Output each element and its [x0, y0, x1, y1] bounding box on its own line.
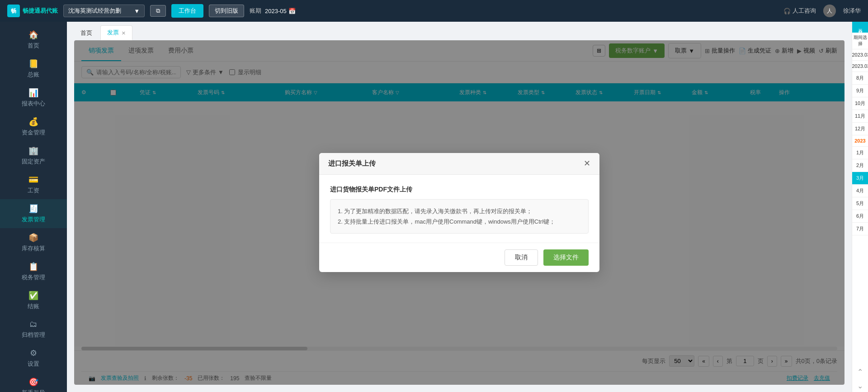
period-8[interactable]: 8月: [852, 72, 868, 85]
period-1[interactable]: 1月: [852, 147, 868, 159]
dropdown-arrow: ▼: [134, 8, 140, 14]
sidebar-reports-label: 报表中心: [22, 100, 45, 108]
expand-icon[interactable]: ⌄: [857, 380, 863, 392]
service-label: 人工咨询: [793, 7, 816, 15]
sidebar-item-assets[interactable]: 🏢 固定资产: [0, 141, 67, 170]
period-2023[interactable]: 2023: [852, 135, 868, 147]
period-2023-03-1[interactable]: 2023.03: [852, 49, 868, 61]
tab-home[interactable]: 首页: [74, 26, 99, 40]
sidebar-item-settlement[interactable]: ✅ 结账: [0, 286, 67, 315]
collapse-icon[interactable]: ⌃: [857, 364, 863, 380]
sidebar-item-home[interactable]: 🏠 首页: [0, 25, 67, 54]
sidebar-item-settings[interactable]: ⚙ 设置: [0, 344, 67, 373]
sidebar-item-reports[interactable]: 📊 报表中心: [0, 83, 67, 112]
service-button[interactable]: 🎧 人工咨询: [783, 7, 816, 15]
sidebar-archive-label: 归档管理: [22, 331, 45, 339]
top-header: 畅 畅捷通易代账 沈海英测试经营勿删 ▼ ⧉ 工作台 切到旧版 账期 2023-…: [0, 0, 868, 22]
sidebar-ledger-label: 总账: [28, 71, 39, 79]
tab-home-label: 首页: [80, 29, 92, 36]
period-7[interactable]: 7月: [852, 223, 868, 235]
period-3[interactable]: 3月: [852, 172, 868, 185]
sidebar-settlement-label: 结账: [28, 302, 39, 311]
modal-section-title: 进口货物报关单PDF文件上传: [330, 186, 589, 194]
inventory-icon: 📦: [28, 233, 38, 243]
sidebar-item-salary[interactable]: 💳 工资: [0, 170, 67, 199]
tab-close-icon[interactable]: ×: [122, 29, 126, 37]
modal-header: 进口报关单上传 ✕: [319, 153, 599, 175]
guide-icon: 🎯: [28, 377, 38, 387]
copy-button[interactable]: ⧉: [150, 5, 166, 17]
tab-bar: 首页 发票 ×: [67, 22, 852, 40]
sidebar-inventory-label: 库存核算: [22, 244, 45, 253]
period-12[interactable]: 12月: [852, 123, 868, 135]
modal-body: 进口货物报关单PDF文件上传 1. 为了更加精准的数据匹配，请先录入海关缴款书，…: [319, 175, 599, 243]
period-label: 账期: [250, 7, 261, 15]
period-select-label: 期间选择: [852, 33, 868, 49]
sidebar-salary-label: 工资: [28, 186, 39, 195]
period-6[interactable]: 6月: [852, 210, 868, 223]
settings-icon: ⚙: [30, 348, 37, 358]
reports-icon: 📊: [28, 88, 38, 98]
period-info: 账期 2023-05 📅: [250, 7, 296, 15]
sidebar-item-invoice[interactable]: 🧾 发票管理: [0, 199, 67, 228]
sidebar-guide-label: 新手引导: [22, 389, 45, 392]
period-2[interactable]: 2月: [852, 159, 868, 172]
workbench-label: 工作台: [179, 7, 196, 14]
period-panel[interactable]: 2023.03 2023.03 8月 9月 10月 11月 12月 2023 1…: [852, 49, 868, 364]
user-avatar[interactable]: 人: [823, 5, 836, 17]
modal-title: 进口报关单上传: [328, 159, 376, 168]
company-name: 沈海英测试经营勿删: [68, 7, 121, 15]
salary-icon: 💳: [28, 175, 38, 185]
finance-icon: 💰: [28, 117, 38, 127]
company-selector[interactable]: 沈海英测试经营勿删 ▼: [63, 5, 145, 17]
tab-invoice[interactable]: 发票 ×: [100, 25, 132, 40]
sidebar-settings-label: 设置: [28, 360, 39, 368]
user-name: 徐泽华: [843, 7, 861, 15]
period-9[interactable]: 9月: [852, 85, 868, 97]
sidebar-home-label: 首页: [28, 42, 39, 50]
workbench-button[interactable]: 工作台: [171, 4, 203, 18]
calendar-icon[interactable]: 📅: [288, 8, 296, 14]
period-5[interactable]: 5月: [852, 197, 868, 210]
modal-overlay[interactable]: 进口报关单上传 ✕ 进口货物报关单PDF文件上传 1. 为了更加精准的数据匹配，…: [74, 40, 844, 385]
sidebar-item-tax[interactable]: 📋 税务管理: [0, 257, 67, 286]
ledger-icon: 📒: [28, 59, 38, 69]
switch-old-button[interactable]: 切到旧版: [209, 5, 244, 17]
right-panel: 开启日期 期间选择 2023.03 2023.03 8月 9月 10月 11月 …: [852, 22, 868, 392]
main-layout: 🏠 首页 📒 总账 📊 报表中心 💰 资金管理 🏢 固定资产 💳 工资 🧾 发票…: [0, 22, 868, 392]
tax-icon: 📋: [28, 262, 38, 272]
modal-close-button[interactable]: ✕: [584, 159, 590, 167]
app-title: 畅捷通易代账: [23, 7, 58, 15]
sidebar-item-finance[interactable]: 💰 资金管理: [0, 112, 67, 141]
sidebar: 🏠 首页 📒 总账 📊 报表中心 💰 资金管理 🏢 固定资产 💳 工资 🧾 发票…: [0, 22, 67, 392]
sidebar-tax-label: 税务管理: [22, 273, 45, 282]
logo-icon: 畅: [7, 5, 20, 17]
period-4[interactable]: 4月: [852, 185, 868, 197]
modal-cancel-button[interactable]: 取消: [505, 249, 538, 266]
home-icon: 🏠: [28, 30, 38, 40]
modal-info-item-2: 2. 支持批量上传进口报关单，mac用户使用Command键，windows用户…: [338, 216, 581, 227]
archive-icon: 🗂: [29, 320, 38, 329]
sidebar-item-archive[interactable]: 🗂 归档管理: [0, 315, 67, 344]
sidebar-item-guide[interactable]: 🎯 新手引导: [0, 373, 67, 392]
select-file-label: 选择文件: [553, 253, 579, 261]
switch-old-label: 切到旧版: [215, 7, 238, 14]
period-11[interactable]: 11月: [852, 110, 868, 123]
period-2023-03-2[interactable]: 2023.03: [852, 61, 868, 72]
sidebar-item-inventory[interactable]: 📦 库存核算: [0, 228, 67, 257]
right-panel-top: 开启日期: [852, 22, 868, 33]
modal-footer: 取消 选择文件: [319, 243, 599, 272]
cancel-label: 取消: [515, 253, 528, 261]
content-area: 首页 发票 × 销项发票 进项发票 费用小票: [67, 22, 852, 392]
assets-icon: 🏢: [28, 146, 38, 156]
sidebar-invoice-label: 发票管理: [22, 215, 45, 224]
invoice-icon: 🧾: [28, 204, 38, 214]
modal-select-file-button[interactable]: 选择文件: [543, 249, 589, 266]
period-10[interactable]: 10月: [852, 97, 868, 110]
sidebar-item-ledger[interactable]: 📒 总账: [0, 54, 67, 83]
sidebar-assets-label: 固定资产: [22, 158, 45, 166]
settlement-icon: ✅: [28, 291, 38, 301]
modal-info-item-1: 1. 为了更加精准的数据匹配，请先录入海关缴款书，再上传对应的报关单；: [338, 206, 581, 216]
period-value: 2023-05: [265, 8, 287, 14]
open-panel-label: 开启日期: [857, 25, 863, 29]
